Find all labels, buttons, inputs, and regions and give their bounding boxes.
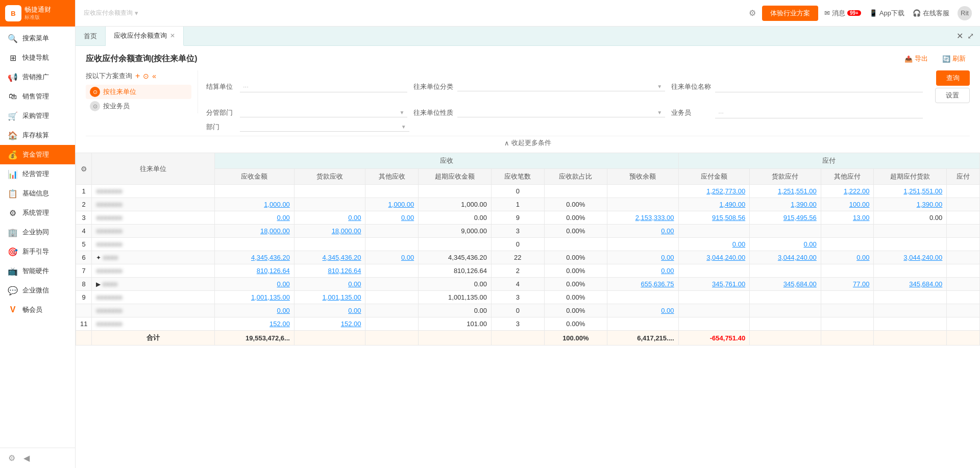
ap-extra-header: 应付	[947, 169, 980, 185]
sidebar-item-member[interactable]: V 畅会员	[0, 300, 75, 319]
sidebar-label-guide: 新手引导	[22, 247, 49, 256]
unit-cell: ■■■■■■■	[96, 321, 122, 328]
department-select[interactable]: ▼	[240, 122, 409, 132]
unit-nature-select[interactable]: ▼	[457, 108, 665, 117]
data-table: ⚙ 往来单位 应收 应付 应收金额 货款应收 其他应收 超期应收金额 应收笔数 …	[76, 153, 980, 346]
tab-ar-ap[interactable]: 应收应付余额查询 ✕	[106, 27, 184, 46]
settings-footer-icon[interactable]: ⚙	[8, 453, 15, 463]
ar-other-header: 其他应收	[365, 169, 419, 185]
sidebar-item-search[interactable]: 🔍 搜索菜单	[0, 29, 75, 48]
sidebar-item-wechat[interactable]: 💬 企业微信	[0, 281, 75, 300]
sidebar-item-guide[interactable]: 🎯 新手引导	[0, 242, 75, 261]
sidebar-label-inventory: 库存核算	[22, 131, 49, 140]
export-icon: 📤	[904, 55, 913, 63]
sidebar-nav: 🔍 搜索菜单 ⊞ 快捷导航 📢 营销推广 🛍 销售管理 🛒 采购管理 🏠 库存核…	[0, 27, 75, 448]
unit-cell: ■■■■	[103, 281, 117, 288]
sidebar-item-inventory[interactable]: 🏠 库存核算	[0, 126, 75, 145]
by-unit-label: 按往来单位	[103, 87, 136, 96]
sidebar-item-finance[interactable]: 💰 资金管理	[0, 145, 75, 164]
unit-cell: ■■■■■■■	[96, 307, 122, 314]
unit-cell: ■■■■■■■	[96, 214, 122, 221]
tabs-bar: 首页 应收应付余额查询 ✕ ✕ ⤢	[76, 27, 980, 46]
total-ar-ratio: 100.00%	[544, 331, 607, 346]
sidebar-label-hardware: 智能硬件	[22, 266, 49, 276]
filter-settings-icon[interactable]: ⊙	[143, 72, 149, 80]
sidebar: B 畅捷通财 标准版 🔍 搜索菜单 ⊞ 快捷导航 📢 营销推广 🛍 销售管理 🛒…	[0, 0, 76, 468]
query-option-by-unit[interactable]: ⊙ 按往来单位	[86, 85, 191, 99]
settings-col-header: ⚙	[76, 153, 92, 185]
sidebar-item-system[interactable]: ⚙ 系统管理	[0, 203, 75, 223]
tab-home[interactable]: 首页	[76, 27, 106, 46]
table-section: ⚙ 往来单位 应收 应付 应收金额 货款应收 其他应收 超期应收金额 应收笔数 …	[76, 153, 980, 468]
unit-category-arrow: ▼	[657, 84, 662, 89]
online-service-button[interactable]: 🎧 在线客服	[913, 9, 949, 18]
sidebar-item-marketing[interactable]: 📢 营销推广	[0, 67, 75, 87]
ap-goods-link[interactable]: 1,251,551.00	[750, 185, 821, 198]
total-ap-amount: -654,751.40	[678, 331, 750, 346]
unit-col-header: 往来单位	[92, 153, 214, 185]
sidebar-label-system: 系统管理	[22, 208, 49, 217]
grid-icon: ⊞	[8, 53, 17, 62]
refresh-button[interactable]: 🔄 刷新	[938, 52, 970, 65]
sidebar-label-operations: 经营管理	[22, 169, 49, 179]
sidebar-item-base[interactable]: 📋 基础信息	[0, 184, 75, 203]
export-button[interactable]: 📤 导出	[900, 52, 932, 65]
download-icon: 📱	[869, 9, 877, 17]
unit-name-input[interactable]	[715, 81, 923, 92]
sidebar-label-member: 畅会员	[22, 305, 42, 314]
sidebar-item-corp[interactable]: 🏢 企业协同	[0, 223, 75, 242]
sidebar-item-hardware[interactable]: 📺 智能硬件	[0, 261, 75, 281]
ap-other-link[interactable]: 1,222.00	[821, 185, 874, 198]
table-row: 3 ■■■■■■■ 0.00 0.00 0.00 0.00 9 0.00% 2,…	[76, 211, 980, 225]
dept-manager-select[interactable]: ▼	[240, 108, 407, 117]
filter-add-icon[interactable]: +	[135, 71, 140, 81]
corp-icon: 🏢	[8, 228, 17, 237]
settlement-unit-dots: ···	[243, 83, 249, 90]
ar-amount-link[interactable]: 1,000.00	[214, 198, 294, 211]
app-download-button[interactable]: 📱 App下载	[869, 9, 904, 18]
message-icon: ✉	[824, 9, 830, 17]
tab-close-button[interactable]: ✕	[170, 32, 175, 39]
unit-cell: ■■■■■■■	[96, 267, 122, 275]
marketing-icon: 📢	[8, 72, 17, 82]
sidebar-item-operations[interactable]: 📊 经营管理	[0, 164, 75, 184]
by-staff-label: 按业务员	[103, 102, 130, 111]
sidebar-item-nav[interactable]: ⊞ 快捷导航	[0, 48, 75, 67]
hardware-icon: 📺	[8, 266, 17, 276]
ap-other-header: 其他应付	[821, 169, 874, 185]
industry-solution-button[interactable]: 体验行业方案	[762, 6, 818, 21]
total-label: 合计	[92, 331, 214, 346]
table-row: 8 ▶ ■■■■ 0.00 0.00 0.00 4 0.00% 655,636.…	[76, 278, 980, 291]
ap-amount-header: 应付金额	[678, 169, 750, 185]
user-avatar[interactable]: Rit	[958, 6, 972, 20]
ar-count-header: 应收笔数	[491, 169, 544, 185]
tab-minimize-icon[interactable]: ✕	[957, 31, 963, 41]
tab-maximize-icon[interactable]: ⤢	[967, 31, 974, 41]
message-badge: 99+	[847, 10, 861, 16]
guide-icon: 🎯	[8, 247, 17, 256]
unit-cell: ■■■■■■■	[96, 228, 122, 235]
query-button[interactable]: 查询	[936, 70, 970, 86]
breadcrumb-arrow: ▾	[135, 9, 138, 17]
sidebar-item-sales[interactable]: 🛍 销售管理	[0, 87, 75, 106]
table-settings-icon[interactable]: ⚙	[81, 165, 87, 173]
table-row: 5 ■■■■■■■ 0 0.00 0.00	[76, 238, 980, 251]
member-icon: V	[8, 305, 17, 314]
sidebar-label-finance: 资金管理	[22, 150, 49, 159]
filter-section: 按以下方案查询 + ⊙ « ⊙ 按往来单位 ⊙ 按业务员	[76, 65, 980, 153]
total-ar-amount: 19,553,472,6...	[214, 331, 294, 346]
set-button[interactable]: 设置	[935, 88, 970, 103]
query-option-by-staff[interactable]: ⊙ 按业务员	[86, 99, 191, 113]
message-button[interactable]: ✉ 消息 99+	[824, 9, 861, 18]
finance-icon: 💰	[8, 150, 17, 159]
ar-amount-header: 应收金额	[214, 169, 294, 185]
ap-amount-link[interactable]: 1,252,773.00	[678, 185, 750, 198]
filter-collapse-icon[interactable]: «	[152, 72, 156, 80]
sidebar-item-purchase[interactable]: 🛒 采购管理	[0, 106, 75, 126]
ap-overdue-link[interactable]: 1,251,551.00	[874, 185, 947, 198]
collapse-footer-icon[interactable]: ◀	[23, 453, 30, 463]
collapse-button[interactable]: ∧ 收起更多条件	[504, 138, 551, 147]
unit-category-select[interactable]: ▼	[457, 82, 665, 91]
by-staff-icon: ⊙	[90, 101, 100, 111]
header-gear-icon[interactable]: ⚙	[749, 8, 756, 18]
